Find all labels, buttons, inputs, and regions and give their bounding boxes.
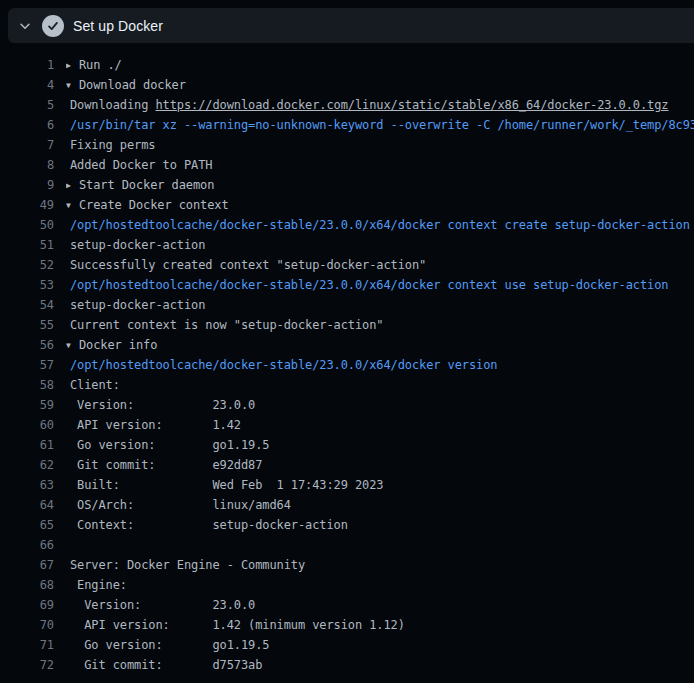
line-number[interactable]: 51 (0, 235, 54, 255)
log-text: Version: 23.0.0 (70, 398, 255, 412)
line-number[interactable]: 1 (0, 55, 54, 75)
log-text: Fixing perms (70, 138, 156, 152)
line-number[interactable]: 62 (0, 455, 54, 475)
log-line: 50/opt/hostedtoolcache/docker-stable/23.… (0, 215, 694, 235)
log-line: 59 Version: 23.0.0 (0, 395, 694, 415)
log-link[interactable]: https://download.docker.com/linux/static… (156, 98, 669, 112)
step-title: Set up Docker (73, 18, 163, 34)
line-number[interactable]: 63 (0, 475, 54, 495)
log-text: Version: 23.0.0 (70, 598, 255, 612)
line-number[interactable]: 5 (0, 95, 54, 115)
log-line: 61 Go version: go1.19.5 (0, 435, 694, 455)
log-lines: 1▶Run ./4▼Download docker5Downloading ht… (0, 55, 694, 675)
line-number[interactable]: 50 (0, 215, 54, 235)
log-text: setup-docker-action (70, 238, 205, 252)
log-line: 8Added Docker to PATH (0, 155, 694, 175)
line-number[interactable]: 69 (0, 595, 54, 615)
log-text: OS/Arch: linux/amd64 (70, 498, 291, 512)
log-text: API version: 1.42 (minimum version 1.12) (70, 618, 405, 632)
group-label[interactable]: Docker info (79, 338, 157, 352)
collapse-group-arrow-icon[interactable]: ▼ (66, 76, 79, 95)
log-line: 9▶Start Docker daemon (0, 175, 694, 195)
log-line: 66 (0, 535, 694, 555)
line-number[interactable]: 64 (0, 495, 54, 515)
collapse-group-arrow-icon[interactable]: ▼ (66, 336, 79, 355)
line-number[interactable]: 70 (0, 615, 54, 635)
log-line: 6/usr/bin/tar xz --warning=no-unknown-ke… (0, 115, 694, 135)
line-number[interactable]: 65 (0, 515, 54, 535)
log-line: 70 API version: 1.42 (minimum version 1.… (0, 615, 694, 635)
log-command-text: /usr/bin/tar xz --warning=no-unknown-key… (70, 118, 694, 132)
log-text: Current context is now "setup-docker-act… (70, 318, 383, 332)
log-line: 54setup-docker-action (0, 295, 694, 315)
log-line: 51setup-docker-action (0, 235, 694, 255)
expand-group-arrow-icon[interactable]: ▶ (66, 176, 79, 195)
log-command-text: /opt/hostedtoolcache/docker-stable/23.0.… (70, 278, 668, 292)
line-number[interactable]: 4 (0, 75, 54, 95)
log-text: Git commit: e92dd87 (70, 458, 262, 472)
line-number[interactable]: 67 (0, 555, 54, 575)
chevron-down-icon[interactable] (17, 18, 33, 34)
log-line: 1▶Run ./ (0, 55, 694, 75)
log-command-text: /opt/hostedtoolcache/docker-stable/23.0.… (70, 218, 694, 232)
line-number[interactable]: 57 (0, 355, 54, 375)
log-line: 68 Engine: (0, 575, 694, 595)
log-text: Go version: go1.19.5 (70, 638, 270, 652)
log-line: 58Client: (0, 375, 694, 395)
log-line: 72 Git commit: d7573ab (0, 655, 694, 675)
line-number[interactable]: 58 (0, 375, 54, 395)
log-text: Added Docker to PATH (70, 158, 213, 172)
log-text: Downloading (70, 98, 156, 112)
log-text: API version: 1.42 (70, 418, 241, 432)
log-line: 67Server: Docker Engine - Community (0, 555, 694, 575)
line-number[interactable]: 8 (0, 155, 54, 175)
line-number[interactable]: 66 (0, 535, 54, 555)
collapse-group-arrow-icon[interactable]: ▼ (66, 196, 79, 215)
group-label[interactable]: Run ./ (79, 58, 122, 72)
log-line: 56▼Docker info (0, 335, 694, 355)
line-number[interactable]: 72 (0, 655, 54, 675)
log-line: 57/opt/hostedtoolcache/docker-stable/23.… (0, 355, 694, 375)
log-text: Context: setup-docker-action (70, 518, 348, 532)
line-number[interactable]: 6 (0, 115, 54, 135)
log-line: 5Downloading https://download.docker.com… (0, 95, 694, 115)
log-line: 69 Version: 23.0.0 (0, 595, 694, 615)
line-number[interactable]: 52 (0, 255, 54, 275)
log-line: 64 OS/Arch: linux/amd64 (0, 495, 694, 515)
log-text: Built: Wed Feb 1 17:43:29 2023 (70, 478, 383, 492)
log-line: 53/opt/hostedtoolcache/docker-stable/23.… (0, 275, 694, 295)
group-label[interactable]: Start Docker daemon (79, 178, 214, 192)
line-number[interactable]: 60 (0, 415, 54, 435)
log-line: 63 Built: Wed Feb 1 17:43:29 2023 (0, 475, 694, 495)
line-number[interactable]: 71 (0, 635, 54, 655)
line-number[interactable]: 9 (0, 175, 54, 195)
group-label[interactable]: Create Docker context (79, 198, 229, 212)
line-number[interactable]: 7 (0, 135, 54, 155)
log-line: 55Current context is now "setup-docker-a… (0, 315, 694, 335)
log-command-text: /opt/hostedtoolcache/docker-stable/23.0.… (70, 358, 497, 372)
line-number[interactable]: 61 (0, 435, 54, 455)
log-viewer: 1▶Run ./4▼Download docker5Downloading ht… (0, 44, 694, 683)
log-line: 49▼Create Docker context (0, 195, 694, 215)
line-number[interactable]: 54 (0, 295, 54, 315)
log-text: Server: Docker Engine - Community (70, 558, 305, 572)
log-text: setup-docker-action (70, 298, 205, 312)
line-number[interactable]: 59 (0, 395, 54, 415)
log-text: Git commit: d7573ab (70, 658, 262, 672)
step-header[interactable]: Set up Docker (8, 8, 694, 43)
line-number[interactable]: 53 (0, 275, 54, 295)
line-number[interactable]: 56 (0, 335, 54, 355)
log-line: 65 Context: setup-docker-action (0, 515, 694, 535)
log-line: 7Fixing perms (0, 135, 694, 155)
log-text: Engine: (70, 578, 127, 592)
group-label[interactable]: Download docker (79, 78, 186, 92)
line-number[interactable]: 68 (0, 575, 54, 595)
log-line: 60 API version: 1.42 (0, 415, 694, 435)
log-text: Client: (70, 378, 120, 392)
line-number[interactable]: 49 (0, 195, 54, 215)
log-line: 62 Git commit: e92dd87 (0, 455, 694, 475)
log-line: 4▼Download docker (0, 75, 694, 95)
expand-group-arrow-icon[interactable]: ▶ (66, 56, 79, 75)
line-number[interactable]: 55 (0, 315, 54, 335)
log-text: Successfully created context "setup-dock… (70, 258, 426, 272)
